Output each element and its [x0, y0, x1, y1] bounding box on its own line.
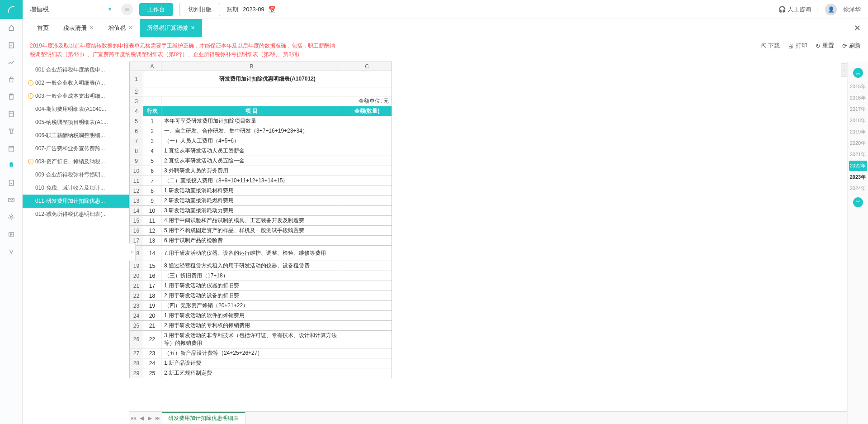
- year-down-button[interactable]: ︾: [853, 197, 863, 207]
- print-button[interactable]: 🖨 打印: [788, 42, 807, 50]
- col-header-item: 项 目: [161, 106, 342, 116]
- sheet-tab[interactable]: 研发费用加计扣除优惠明细表: [162, 412, 245, 424]
- nav-home-icon[interactable]: [0, 20, 23, 36]
- row-value[interactable]: [342, 186, 392, 196]
- row-value[interactable]: [342, 196, 392, 206]
- row-value[interactable]: [342, 136, 392, 146]
- nav-doc-icon[interactable]: [0, 37, 23, 53]
- row-value[interactable]: [342, 176, 392, 186]
- year-2016年[interactable]: 2016年: [849, 93, 867, 103]
- nav-settings-icon[interactable]: [0, 209, 23, 225]
- reset-button[interactable]: ↻ 重置: [816, 42, 834, 50]
- collapse-tree-button[interactable]: ‹‹: [129, 243, 136, 261]
- tree-item-3[interactable]: 004-期间费用明细表(A1040...: [23, 103, 129, 116]
- row-value[interactable]: [342, 116, 392, 126]
- tree-item-5[interactable]: 006-职工薪酬纳税调整明细...: [23, 129, 129, 142]
- tree-item-8[interactable]: 009-企业所得税弥补亏损明...: [23, 168, 129, 181]
- sheet-first-button[interactable]: ⏮: [129, 415, 137, 421]
- switch-old-button[interactable]: 切到旧版: [179, 3, 220, 16]
- year-2023年[interactable]: 2023年: [849, 172, 867, 182]
- sheet-prev-button[interactable]: ◀: [137, 415, 146, 421]
- row-value[interactable]: [342, 146, 392, 156]
- year-2021年[interactable]: 2021年: [849, 149, 867, 160]
- horizontal-scrollbar[interactable]: [264, 415, 829, 421]
- tree-item-1[interactable]: !002-一般企业收入明细表(A...: [23, 76, 129, 90]
- tree-item-6[interactable]: 007-广告费和业务宣传费跨...: [23, 142, 129, 155]
- row-number: 3: [143, 136, 161, 146]
- nav-chart-icon[interactable]: [0, 54, 23, 71]
- year-2024年[interactable]: 2024年: [849, 183, 867, 194]
- year-2015年[interactable]: 2015年: [849, 81, 867, 92]
- row-value[interactable]: [342, 261, 392, 271]
- row-value[interactable]: [342, 321, 392, 331]
- nav-mail-icon[interactable]: [0, 192, 23, 208]
- nav-calendar-icon[interactable]: [0, 140, 23, 157]
- row-value[interactable]: [342, 156, 392, 166]
- tab-3[interactable]: 所得税汇算清缴✕: [140, 19, 202, 37]
- row-number: 9: [143, 196, 161, 206]
- nav-hand-icon[interactable]: [0, 157, 23, 174]
- refresh-button[interactable]: ⟳ 刷新: [842, 42, 861, 50]
- row-value[interactable]: [342, 226, 392, 236]
- tree-item-10[interactable]: 011-研发费用加计扣除优惠...: [23, 195, 129, 208]
- nav-calc-icon[interactable]: [0, 106, 23, 122]
- tab-1[interactable]: 税表清册✕: [56, 19, 101, 37]
- row-value[interactable]: [342, 236, 392, 246]
- row-value[interactable]: [342, 281, 392, 291]
- sheet-next-button[interactable]: ▶: [146, 415, 154, 421]
- user-avatar[interactable]: 👤: [825, 4, 837, 15]
- nav-bag-icon[interactable]: [0, 71, 23, 88]
- row-value[interactable]: [342, 271, 392, 281]
- row-value[interactable]: [342, 206, 392, 216]
- row-value[interactable]: [342, 216, 392, 226]
- nav-video-icon[interactable]: [0, 226, 23, 243]
- row-number: 2: [143, 126, 161, 136]
- support-link[interactable]: 🎧 人工咨询: [778, 5, 811, 14]
- spreadsheet-area[interactable]: ABC1研发费用加计扣除优惠明细表(A107012)23金额单位: 元4行次项 …: [129, 62, 847, 411]
- year-2022年[interactable]: 2022年: [849, 161, 867, 171]
- row-value[interactable]: [342, 368, 392, 378]
- tree-item-2[interactable]: !003-一般企业成本支出明细...: [23, 90, 129, 103]
- row-value[interactable]: [342, 348, 392, 358]
- close-all-tabs-button[interactable]: ✕: [854, 23, 861, 33]
- tab-0[interactable]: 首页: [30, 19, 56, 37]
- row-value[interactable]: [342, 331, 392, 348]
- tab-2[interactable]: 增值税✕: [101, 19, 140, 37]
- year-2018年[interactable]: 2018年: [849, 115, 867, 126]
- row-desc: 2.用于研发活动的设备的折旧费: [161, 291, 342, 301]
- tree-item-4[interactable]: 005-纳税调整项目明细表(A1...: [23, 116, 129, 129]
- nav-shirt-icon[interactable]: [0, 123, 23, 139]
- svg-rect-12: [9, 233, 14, 236]
- row-value[interactable]: [342, 358, 392, 368]
- row-value[interactable]: [342, 246, 392, 261]
- row-value[interactable]: [342, 291, 392, 301]
- row-desc: 2.新工艺规程制定费: [161, 368, 342, 378]
- menu-toggle-button[interactable]: [121, 4, 133, 15]
- year-2017年[interactable]: 2017年: [849, 104, 867, 114]
- row-desc: 7.用于研发活动的仪器、设备的运行维护、调整、检验、维修等费用: [161, 246, 342, 261]
- sheet-last-button[interactable]: ⏭: [154, 415, 162, 421]
- tree-item-7[interactable]: !008-资产折旧、摊销及纳税...: [23, 155, 129, 168]
- tax-type-dropdown[interactable]: 增值税 ▼: [30, 5, 112, 14]
- row-value[interactable]: [342, 166, 392, 176]
- tab-close-icon[interactable]: ✕: [128, 25, 132, 31]
- tree-item-11[interactable]: 012-减免所得税优惠明细表(...: [23, 208, 129, 221]
- row-value[interactable]: [342, 301, 392, 311]
- tab-close-icon[interactable]: ✕: [191, 25, 195, 31]
- col-header-amount: 金额(数量): [342, 106, 392, 116]
- download-button[interactable]: ⇱ 下载: [761, 42, 780, 50]
- row-value[interactable]: [342, 311, 392, 321]
- tree-item-0[interactable]: 001-企业所得税年度纳税申...: [23, 63, 129, 76]
- year-up-button[interactable]: ︽: [853, 68, 863, 78]
- nav-clipboard-icon[interactable]: [0, 89, 23, 105]
- tab-close-icon[interactable]: ✕: [90, 25, 94, 31]
- tree-item-9[interactable]: 010-免税、减计收入及加计...: [23, 181, 129, 195]
- calendar-icon[interactable]: 📅: [268, 6, 276, 13]
- workspace-button[interactable]: 工作台: [139, 3, 173, 16]
- nav-export-icon[interactable]: [0, 175, 23, 191]
- year-2019年[interactable]: 2019年: [849, 127, 867, 137]
- year-2020年[interactable]: 2020年: [849, 138, 867, 148]
- row-value[interactable]: [342, 126, 392, 136]
- nav-v-icon[interactable]: [0, 243, 23, 260]
- row-desc: （三）折旧费用（17+18）: [161, 271, 342, 281]
